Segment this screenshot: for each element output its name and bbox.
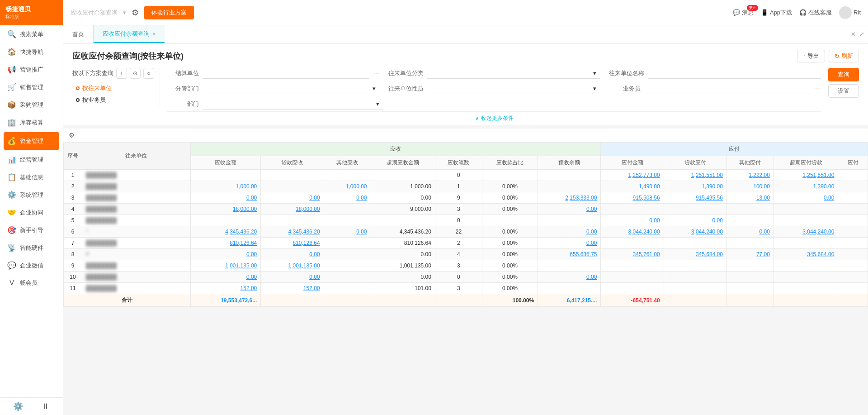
total-ar-amount[interactable]: 19,553,472,6... xyxy=(190,294,260,307)
sidebar-label-marketing: 营销推广 xyxy=(20,66,43,74)
sidebar-label-finance: 资金管理 xyxy=(20,137,43,145)
row-no: 8 xyxy=(64,249,82,260)
partner-category-select[interactable]: ▾ xyxy=(427,68,600,79)
sidebar-item-member[interactable]: V畅会员 xyxy=(0,274,63,291)
row-ar-other xyxy=(324,260,371,272)
sidebar-label-sales: 销售管理 xyxy=(20,83,43,91)
partner-name-input[interactable] xyxy=(648,68,821,79)
sidebar-item-search[interactable]: 🔍搜索菜单 xyxy=(0,25,63,43)
sidebar-item-guide[interactable]: 🎯新手引导 xyxy=(0,221,63,239)
row-ar-overdue: 0.00 xyxy=(371,192,435,204)
sidebar-label-purchase: 采购管理 xyxy=(20,101,43,109)
sidebar-collapse-icon[interactable]: ⏸ xyxy=(42,402,50,411)
sidebar-item-marketing[interactable]: 📢营销推广 xyxy=(0,61,63,78)
row-ar-loan: 810,126.64 xyxy=(261,238,324,249)
row-ar-amount: 0.00 xyxy=(190,249,260,260)
sidebar-item-operation[interactable]: 📊经营管理 xyxy=(0,151,63,168)
settings-btn[interactable]: 设置 xyxy=(828,84,859,98)
table-row: 11 ████████ 152.00 152.00 101.00 3 0.00% xyxy=(64,283,868,294)
scheme-item-1[interactable]: 按业务员 xyxy=(72,94,154,106)
row-prepay: 0.00 xyxy=(538,272,601,283)
row-ap-other xyxy=(726,204,774,215)
row-ar-amount xyxy=(190,215,260,226)
customer-service-label: 在线客服 xyxy=(808,9,832,17)
sidebar-item-system[interactable]: ⚙️系统管理 xyxy=(0,186,63,204)
sidebar-settings-icon[interactable]: ⚙️ xyxy=(13,401,23,411)
sidebar-item-sales[interactable]: 🛒销售管理 xyxy=(0,78,63,96)
row-ap-amount: 0.00 xyxy=(601,215,664,226)
salesperson-label: 业务员 xyxy=(609,85,641,93)
total-ar-ratio: 100.00% xyxy=(482,294,538,307)
filter-settings-btn[interactable]: ⊙ xyxy=(130,68,141,79)
top-header: 应收应付余额查询 ▾ ⚙ 体验行业方案 💬 消息 99+ 📱 App下载 🎧 在… xyxy=(63,0,868,25)
row-ap-end xyxy=(838,226,868,238)
export-btn[interactable]: ↑ 导出 xyxy=(797,50,826,62)
col-ar-overdue: 超期应收金额 xyxy=(371,156,435,170)
sidebar-item-cooperation[interactable]: 🤝企业协同 xyxy=(0,204,63,221)
sidebar-label-basic-info: 基础信息 xyxy=(20,173,43,181)
sidebar-item-finance[interactable]: 💰资金管理 xyxy=(4,132,59,150)
table-row: 8 P 0.00 0.00 0.00 4 0.00% 655,636.75 34… xyxy=(64,249,868,260)
row-ar-ratio: 0.00% xyxy=(482,192,538,204)
query-btn[interactable]: 查询 xyxy=(828,68,859,81)
row-ar-ratio: 0.00% xyxy=(482,181,538,192)
sidebar-item-inventory[interactable]: 🏢库存核算 xyxy=(0,114,63,131)
content-area: 应收应付余额查询(按往来单位) ↑ 导出 ↻ 刷新 按 xyxy=(63,43,868,415)
tab-close-icon[interactable]: × xyxy=(152,31,156,37)
row-ar-count: 22 xyxy=(435,226,482,238)
department-select[interactable]: ▾ xyxy=(203,99,383,110)
window-close-icon[interactable]: ✕ xyxy=(851,31,856,38)
row-ar-loan: 0.00 xyxy=(261,192,324,204)
sidebar-nav: 🔍搜索菜单🏠快捷导航📢营销推广🛒销售管理📦采购管理🏢库存核算💰资金管理📊经营管理… xyxy=(0,25,63,291)
salesperson-input[interactable] xyxy=(644,83,811,94)
refresh-icon: ↻ xyxy=(835,53,840,60)
app-download-btn[interactable]: 📱 App下载 xyxy=(761,9,792,17)
settlement-unit-dots[interactable]: ··· xyxy=(373,69,379,77)
row-ap-amount: 3,044,240.00 xyxy=(601,226,664,238)
sidebar-item-hardware[interactable]: 📡智能硬件 xyxy=(0,239,63,257)
row-ar-other xyxy=(324,272,371,283)
window-expand-icon[interactable]: ⤢ xyxy=(859,31,864,38)
main-area: 应收应付余额查询 ▾ ⚙ 体验行业方案 💬 消息 99+ 📱 App下载 🎧 在… xyxy=(63,0,868,415)
scheme-dot-0 xyxy=(76,86,80,90)
sidebar-item-quick-nav[interactable]: 🏠快捷导航 xyxy=(0,43,63,61)
row-ar-count: 0 xyxy=(435,170,482,181)
row-prepay: 0.00 xyxy=(538,204,601,215)
sidebar-label-operation: 经营管理 xyxy=(20,156,43,164)
scheme-item-0[interactable]: 按往来单位 xyxy=(72,82,154,94)
user-info[interactable]: Rit xyxy=(839,6,861,19)
row-ar-amount: 152.00 xyxy=(190,283,260,294)
filter-collapse-btn[interactable]: « xyxy=(143,68,154,79)
tab-home[interactable]: 首页 xyxy=(63,25,94,43)
notification-btn[interactable]: 💬 消息 99+ xyxy=(733,9,754,17)
row-ap-loan xyxy=(664,238,726,249)
salesperson-dots[interactable]: ··· xyxy=(815,85,821,93)
row-ar-other: 0.00 xyxy=(324,192,371,204)
sidebar: 畅捷通贝 标准版 🔍搜索菜单🏠快捷导航📢营销推广🛒销售管理📦采购管理🏢库存核算💰… xyxy=(0,0,63,415)
refresh-btn[interactable]: ↻ 刷新 xyxy=(829,50,859,62)
sidebar-item-wechat[interactable]: 💬企业微信 xyxy=(0,257,63,274)
basic-info-icon: 📋 xyxy=(7,173,16,181)
row-partner: P xyxy=(82,249,191,260)
filter-add-btn[interactable]: + xyxy=(116,68,127,79)
header-chevron-icon[interactable]: ▾ xyxy=(123,9,126,16)
dept-manager-select[interactable]: ▾ xyxy=(203,83,379,94)
partner-nature-select[interactable]: ▾ xyxy=(427,83,600,94)
sidebar-item-purchase[interactable]: 📦采购管理 xyxy=(0,96,63,114)
total-label: 合计 xyxy=(64,294,191,307)
customer-service-btn[interactable]: 🎧 在线客服 xyxy=(799,9,832,17)
collapse-bar[interactable]: ∧ 收起更多条件 xyxy=(167,111,821,125)
sidebar-label-search: 搜索菜单 xyxy=(20,30,43,38)
tab-active[interactable]: 应收应付余额查询 × xyxy=(94,25,165,43)
row-ap-end xyxy=(838,192,868,204)
col-ap-end: 应付 xyxy=(838,156,868,170)
solution-btn[interactable]: 体验行业方案 xyxy=(144,6,194,19)
row-ar-amount xyxy=(190,170,260,181)
row-ar-overdue xyxy=(371,215,435,226)
sidebar-item-basic-info[interactable]: 📋基础信息 xyxy=(0,168,63,186)
total-prepay[interactable]: 6,417,215.... xyxy=(538,294,601,307)
row-no: 2 xyxy=(64,181,82,192)
settlement-unit-input[interactable] xyxy=(203,68,369,79)
header-gear-icon[interactable]: ⚙ xyxy=(132,8,139,18)
table-settings-icon[interactable]: ⚙ xyxy=(69,131,75,139)
